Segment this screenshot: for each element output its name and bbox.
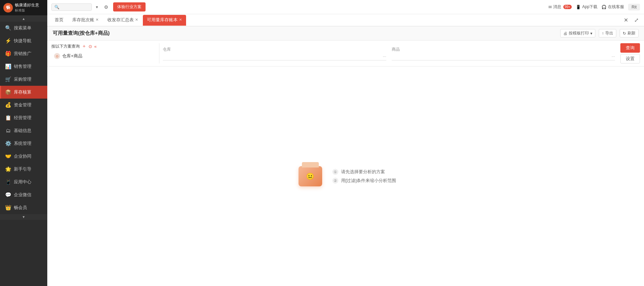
goods-input-wrapper: ··· xyxy=(392,53,615,60)
empty-hints: ① 请先选择要分析的方案 ② 用[过滤]条件来缩小分析范围 xyxy=(332,169,396,184)
chart-icon: 📊 xyxy=(5,63,11,70)
tab-home[interactable]: 首页 xyxy=(51,15,68,26)
refresh-btn[interactable]: ↻ 刷新 xyxy=(620,29,639,37)
sidebar-item-search[interactable]: 🔍 搜索菜单 xyxy=(0,22,47,34)
hint-text-1: 请先选择要分析的方案 xyxy=(341,169,385,175)
tab-available[interactable]: 可用量库存账本 ✕ xyxy=(143,15,186,26)
message-btn[interactable]: ✉ 消息 99+ xyxy=(548,4,572,10)
hint-text-2: 用[过滤]条件来缩小分析范围 xyxy=(341,178,396,184)
headset-icon: 🎧 xyxy=(601,5,607,9)
shortcut-icon: ⚡ xyxy=(5,38,11,44)
page-title: 可用量查询(按仓库+商品) xyxy=(53,30,110,36)
warehouse-input[interactable] xyxy=(163,54,381,59)
sidebar-badge: 标准版 xyxy=(15,8,39,13)
export-btn[interactable]: ↑ 导出 xyxy=(599,29,616,37)
handshake-icon: 🤝 xyxy=(5,153,11,159)
mobile-icon: 📱 xyxy=(5,179,11,185)
sidebar-item-shortcut[interactable]: ⚡ 快捷导航 xyxy=(0,34,47,47)
sidebar-item-system[interactable]: ⚙️ 系统管理 xyxy=(0,137,47,150)
hint-num-1: ① xyxy=(332,169,338,175)
sidebar-item-basic[interactable]: 🗂 基础信息 xyxy=(0,124,47,137)
cart-icon: 🛒 xyxy=(5,76,11,82)
warehouse-more-btn[interactable]: ··· xyxy=(383,54,386,59)
warehouse-input-wrapper: ··· xyxy=(163,53,386,60)
crown-icon: 👑 xyxy=(5,205,11,211)
goods-input[interactable] xyxy=(392,54,610,59)
sidebar-scroll-down[interactable]: ▼ xyxy=(0,214,47,220)
sidebar-item-enterprise[interactable]: 🤝 企业协同 xyxy=(0,150,47,163)
folder-icon: 🗂 xyxy=(5,128,11,134)
message-icon: ✉ xyxy=(548,5,552,9)
sidebar-item-inventory[interactable]: 📦 库存核算 xyxy=(0,86,47,99)
tabs-bar: 首页 库存批次账 ✕ 收发存汇总表 ✕ 可用量库存账本 ✕ ✕ ⤢ xyxy=(47,14,644,26)
sidebar-item-member[interactable]: 👑 畅会员 xyxy=(0,201,47,214)
empty-state: 😐 ① 请先选择要分析的方案 ② 用[过滤]条件来缩小分析范围 xyxy=(295,161,396,191)
user-avatar[interactable]: Rit xyxy=(628,4,640,10)
warehouse-label: 仓库 xyxy=(163,47,386,52)
star-icon: 🌟 xyxy=(5,166,11,172)
content-area: 😐 ① 请先选择要分析的方案 ② 用[过滤]条件来缩小分析范围 xyxy=(47,67,644,286)
print-icon: 🖨 xyxy=(563,31,567,36)
query-left-header: 按以下方案查询 ＋ ⊙ « xyxy=(51,43,156,49)
sidebar-item-wechat[interactable]: 💬 企业微信 xyxy=(0,188,47,201)
sidebar-title: 畅康通好生意 xyxy=(15,3,39,8)
sidebar-item-app[interactable]: 📱 应用中心 xyxy=(0,176,47,188)
tab-summary[interactable]: 收发存汇总表 ✕ xyxy=(103,15,142,26)
query-btn[interactable]: 查询 xyxy=(620,43,640,53)
page-header: 可用量查询(按仓库+商品) 🖨 按模板打印 ▾ ↑ 导出 ↻ 刷新 xyxy=(47,26,644,41)
message-badge: 99+ xyxy=(563,5,572,9)
sidebar-logo: 畅 xyxy=(3,3,13,12)
query-fields: 仓库 ··· 商品 ··· 查询 设置 xyxy=(163,43,640,63)
tab-batch[interactable]: 库存批次账 ✕ xyxy=(68,15,103,26)
tab-batch-close[interactable]: ✕ xyxy=(96,18,99,22)
close-all-btn[interactable]: ✕ xyxy=(622,16,630,24)
sidebar-scroll-up[interactable]: ▲ xyxy=(0,16,47,22)
expand-btn[interactable]: ⤢ xyxy=(632,16,641,24)
query-left-panel: 按以下方案查询 ＋ ⊙ « ⊙ 仓库+商品 xyxy=(51,43,159,63)
query-area: 按以下方案查询 ＋ ⊙ « ⊙ 仓库+商品 仓库 ··· xyxy=(47,41,644,67)
empty-box: 😐 xyxy=(299,166,322,186)
topbar-right: ✉ 消息 99+ 📱 App下载 🎧 在线客服 Rit xyxy=(548,4,640,10)
trial-button[interactable]: 体验行业方案 xyxy=(113,2,146,11)
topbar-dropdown-btn[interactable]: ▾ xyxy=(95,4,99,10)
empty-hint-1: ① 请先选择要分析的方案 xyxy=(332,169,396,175)
goods-more-btn[interactable]: ··· xyxy=(612,54,615,59)
sidebar-item-newbie[interactable]: 🌟 新手引导 xyxy=(0,163,47,176)
main-content: 🔍 ▾ ⚙ 体验行业方案 ✉ 消息 99+ 📱 App下载 🎧 在线客服 Rit xyxy=(47,0,644,286)
chat-icon: 💬 xyxy=(5,192,11,198)
app-download-btn[interactable]: 📱 App下载 xyxy=(576,4,597,10)
sidebar: 畅 畅康通好生意 标准版 ▲ 🔍 搜索菜单 ⚡ 快捷导航 🎁 营销推广 📊 销售… xyxy=(0,0,47,286)
topbar-search-box[interactable]: 🔍 xyxy=(51,3,92,11)
service-btn[interactable]: 🎧 在线客服 xyxy=(601,4,624,10)
search-input[interactable] xyxy=(61,5,88,9)
query-buttons: 查询 设置 xyxy=(620,43,640,63)
sidebar-header: 畅 畅康通好生意 标准版 xyxy=(0,0,47,16)
sidebar-item-purchase[interactable]: 🛒 采购管理 xyxy=(0,73,47,86)
topbar: 🔍 ▾ ⚙ 体验行业方案 ✉ 消息 99+ 📱 App下载 🎧 在线客服 Rit xyxy=(47,0,644,14)
print-dropdown-icon: ▾ xyxy=(590,31,592,36)
add-scheme-btn[interactable]: ＋ xyxy=(82,43,86,49)
box-icon: 📦 xyxy=(5,89,11,95)
export-icon: ↑ xyxy=(602,31,604,36)
gear-icon: ⚙️ xyxy=(5,140,11,147)
search-icon: 🔍 xyxy=(5,25,11,31)
goods-field: 商品 ··· xyxy=(392,47,615,60)
sidebar-item-sales[interactable]: 📊 销售管理 xyxy=(0,60,47,73)
tab-available-close[interactable]: ✕ xyxy=(179,18,182,22)
print-btn[interactable]: 🖨 按模板打印 ▾ xyxy=(560,29,595,37)
sidebar-item-marketing[interactable]: 🎁 营销推广 xyxy=(0,47,47,60)
collapse-btn[interactable]: « xyxy=(94,44,97,49)
setting-btn[interactable]: 设置 xyxy=(620,54,640,63)
money-icon: 💰 xyxy=(5,102,11,108)
topbar-gear-btn[interactable]: ⚙ xyxy=(102,4,110,10)
scheme-icon: ⊙ xyxy=(54,53,60,59)
page-actions: 🖨 按模板打印 ▾ ↑ 导出 ↻ 刷新 xyxy=(560,29,639,37)
sidebar-item-operations[interactable]: 📋 经营管理 xyxy=(0,111,47,124)
tabs-actions: ✕ ⤢ xyxy=(622,16,641,24)
empty-box-face: 😐 xyxy=(306,172,314,180)
scheme-item-warehouse-goods[interactable]: ⊙ 仓库+商品 xyxy=(51,51,156,61)
sidebar-item-finance[interactable]: 💰 资金管理 xyxy=(0,99,47,111)
warehouse-field: 仓库 ··· xyxy=(163,47,386,60)
tab-summary-close[interactable]: ✕ xyxy=(135,18,138,22)
settings-scheme-btn[interactable]: ⊙ xyxy=(88,44,92,49)
